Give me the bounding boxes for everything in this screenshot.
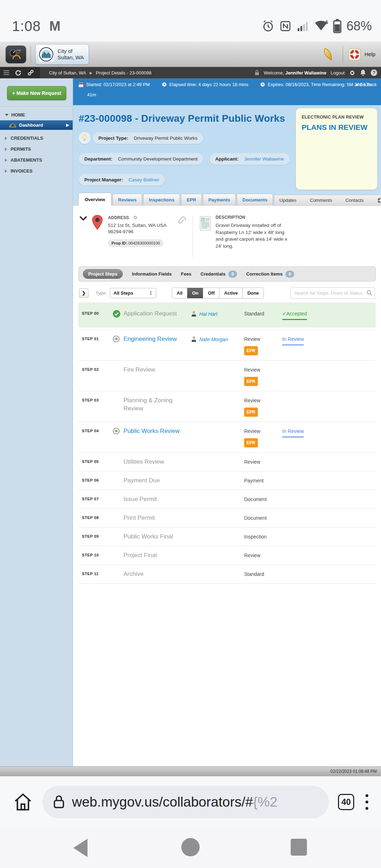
expand-steps-button[interactable]: ❯ xyxy=(79,288,89,298)
tab-switcher-button[interactable]: 40 xyxy=(338,794,354,810)
subtab-fees[interactable]: Fees xyxy=(181,271,192,277)
settings-gear-icon[interactable] xyxy=(349,70,356,76)
secondary-tabs: UpdatesCommentsContacts xyxy=(274,195,381,206)
tab-payments[interactable]: Payments xyxy=(203,194,236,206)
segment-active[interactable]: Active xyxy=(219,288,243,298)
refresh-icon[interactable] xyxy=(15,70,22,76)
step-row[interactable]: STEP 01 Engineering Review Nate Morgan R… xyxy=(78,330,376,361)
step-row[interactable]: STEP 02 Fire Review Review EPR xyxy=(78,361,376,391)
step-number: STEP 07 xyxy=(82,495,113,501)
step-number: STEP 09 xyxy=(82,533,113,538)
step-row[interactable]: STEP 06 Payment Due Payment xyxy=(78,471,376,490)
subtab-project-steps[interactable]: Project Steps xyxy=(83,269,123,279)
notifications-bell-icon[interactable] xyxy=(360,69,366,76)
chevron-down-icon xyxy=(5,114,8,116)
tab-reviews[interactable]: Reviews xyxy=(113,194,142,206)
steps-state-segments: AllOnOffActiveDone xyxy=(172,288,264,299)
sidebar-item-dashboard[interactable]: Dashboard ▶ xyxy=(0,120,73,130)
sidebar-item-invoices[interactable]: INVOICES xyxy=(0,163,73,174)
segment-done[interactable]: Done xyxy=(243,288,264,298)
assignee-name[interactable]: Nate Morgan xyxy=(199,337,228,342)
page-footer-timestamp: 02/22/2023 01:08:48 PM xyxy=(0,766,381,776)
nav-recents-button[interactable] xyxy=(291,839,307,856)
step-row[interactable]: STEP 04 Public Works Review Review EPR I… xyxy=(78,422,376,453)
make-new-request-button[interactable]: + Make New Request xyxy=(7,86,66,100)
count-badge: 0 xyxy=(285,271,294,278)
step-name[interactable]: Engineering Review xyxy=(123,335,191,343)
alarm-icon xyxy=(262,20,274,32)
mygov-dashboard-icon[interactable] xyxy=(6,46,26,63)
logout-link[interactable]: Logout xyxy=(331,70,345,76)
step-row[interactable]: STEP 05 Utilities Review Review xyxy=(78,453,376,471)
chevron-right-icon xyxy=(5,158,7,162)
map-pin-icon[interactable] xyxy=(92,215,103,257)
lifering-small-icon[interactable] xyxy=(377,197,381,204)
secondary-tab-comments[interactable]: Comments xyxy=(310,198,332,203)
https-lock-icon[interactable] xyxy=(53,794,65,810)
sidebar-item-credentials[interactable]: CREDENTIALS xyxy=(0,130,73,141)
applicant-link[interactable]: Jennifer Wallawine xyxy=(244,156,284,162)
secondary-tab-updates[interactable]: Updates xyxy=(279,198,296,203)
step-status-icon xyxy=(113,495,123,496)
address-gear-icon[interactable] xyxy=(133,215,138,220)
type-select[interactable]: All Steps ▲▼ xyxy=(110,288,156,298)
sidebar-item-label: PERMITS xyxy=(11,146,31,152)
browser-menu-icon[interactable] xyxy=(363,792,370,812)
browser-home-icon[interactable] xyxy=(13,792,33,812)
tab-epr[interactable]: EPR xyxy=(181,194,202,206)
step-row[interactable]: STEP 11 Archive Standard xyxy=(78,565,376,584)
step-name: Payment Due xyxy=(123,477,191,485)
step-name: Public Works Final xyxy=(123,533,191,541)
paperclip-icon[interactable] xyxy=(177,216,186,257)
step-name[interactable]: Public Works Review xyxy=(123,427,191,435)
collapse-chevron-icon[interactable] xyxy=(80,216,87,257)
steps-search-input[interactable] xyxy=(290,287,375,299)
link-icon[interactable] xyxy=(27,69,34,76)
section-divider xyxy=(193,216,193,257)
help-button[interactable]: Help xyxy=(347,47,375,61)
step-row[interactable]: STEP 03 Planning & Zoning Review Review … xyxy=(78,391,376,422)
secondary-tab-contacts[interactable]: Contacts xyxy=(345,198,363,203)
step-row[interactable]: STEP 08 Print Permit Document xyxy=(78,509,376,528)
step-row[interactable]: STEP 10 Project Final Review xyxy=(78,546,376,565)
sidebar-item-abatements[interactable]: ABATEMENTS xyxy=(0,152,73,163)
address-bar[interactable]: web.mygov.us/collaborators/#{%2 xyxy=(42,786,329,818)
clock-icon xyxy=(162,82,167,87)
segment-on[interactable]: On xyxy=(187,288,203,298)
subtab-information-fields[interactable]: Information Fields xyxy=(132,271,172,277)
segment-all[interactable]: All xyxy=(172,288,188,298)
breadcrumb-root[interactable]: City of Sultan, WA xyxy=(49,70,86,76)
breadcrumb-current: Project Details - 23-000098 xyxy=(96,70,152,76)
city-tab-label: City ofSultan, WA xyxy=(58,48,84,60)
nav-home-button[interactable] xyxy=(181,838,200,856)
tab-documents[interactable]: Documents xyxy=(237,194,273,206)
step-status xyxy=(282,514,376,515)
subtab-credentials[interactable]: Credentials0 xyxy=(200,271,237,278)
breadcrumb-bar: City of Sultan, WA ▶ Project Details - 2… xyxy=(0,67,381,78)
help-circle-icon[interactable]: ? xyxy=(370,69,377,76)
step-status-icon xyxy=(113,570,123,571)
sidebar-item-permits[interactable]: PERMITS xyxy=(0,141,73,152)
step-row[interactable]: STEP 00 Application Request Hal Hart Sta… xyxy=(78,302,376,327)
step-row[interactable]: STEP 07 Issue Permit Document xyxy=(78,490,376,509)
segment-off[interactable]: Off xyxy=(203,288,219,298)
tab-overview[interactable]: Overview xyxy=(78,193,111,206)
step-status xyxy=(282,551,376,553)
step-number: STEP 04 xyxy=(82,427,113,433)
menu-icon[interactable] xyxy=(4,70,9,75)
assignee-name[interactable]: Hal Hart xyxy=(199,311,217,317)
step-type: Inspection xyxy=(244,533,267,540)
status-time: 1:08 xyxy=(12,18,41,34)
go-back-button[interactable]: ◀ Go back xyxy=(355,82,377,87)
gold-flag-icon[interactable] xyxy=(323,48,333,61)
step-row[interactable]: STEP 09 Public Works Final Inspection xyxy=(78,528,376,546)
description-text: Gravel Driveway installed off of Raspber… xyxy=(216,222,292,249)
subtab-correction-items[interactable]: Correction Items0 xyxy=(246,271,294,278)
nav-back-button[interactable] xyxy=(73,839,87,857)
battery-percent: 68% xyxy=(346,19,372,34)
city-site-tab[interactable]: City ofSultan, WA xyxy=(35,44,89,65)
sidebar-section-home[interactable]: HOME xyxy=(0,107,73,117)
step-name: Archive xyxy=(123,570,191,578)
tab-inspections[interactable]: Inspections xyxy=(143,194,180,206)
project-manager-link[interactable]: Casey Bolliner xyxy=(128,177,159,182)
